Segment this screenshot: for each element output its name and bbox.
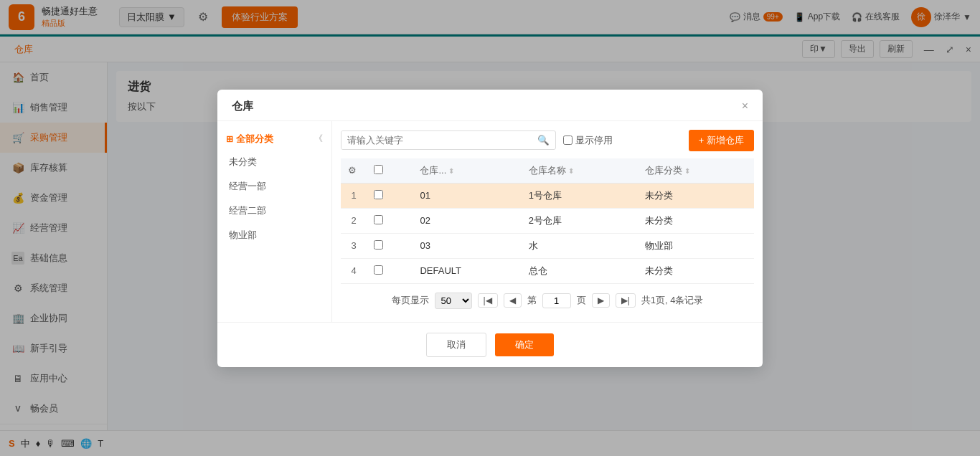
row-code: DEFAULT [413,258,521,283]
collapse-icon[interactable]: 《 [314,133,323,145]
first-page-button[interactable]: |◀ [478,293,498,308]
page-number-input[interactable] [542,293,571,308]
disabled-checkbox-input[interactable] [563,136,573,145]
row-category: 未分类 [638,183,754,208]
cancel-button[interactable]: 取消 [426,333,486,357]
row-num: 2 [341,208,367,233]
modal-title: 仓库 [232,100,253,113]
table-row[interactable]: 3 03 水 物业部 [341,233,754,258]
col-checkbox [367,158,413,184]
cat-item-property[interactable]: 物业部 [217,223,331,247]
search-input[interactable] [341,131,532,149]
row-code: 03 [413,233,521,258]
modal-close-button[interactable]: × [742,100,748,113]
row-num: 1 [341,183,367,208]
table-row[interactable]: 2 02 2号仓库 未分类 [341,208,754,233]
row-name: 总仓 [522,258,638,283]
row-name: 1号仓库 [522,183,638,208]
col-category[interactable]: 仓库分类⬍ [638,158,754,184]
show-disabled-checkbox[interactable]: 显示停用 [563,134,613,147]
row-num: 4 [341,258,367,283]
modal-footer: 取消 确定 [217,322,763,367]
per-page-label: 每页显示 [392,294,429,307]
row-name: 2号仓库 [522,208,638,233]
cat-item-ops1[interactable]: 经营一部 [217,174,331,199]
category-sidebar: ⊞ 全部分类 《 未分类 经营一部 经营二部 物业部 [217,121,332,322]
warehouse-modal: 仓库 × ⊞ 全部分类 《 未分类 经营一部 经营二部 物业部 [217,90,763,367]
total-info: 共1页, 4条记录 [641,294,704,307]
row-category: 未分类 [638,258,754,283]
row-name: 水 [522,233,638,258]
prev-page-button[interactable]: ◀ [504,293,522,308]
table-container: ⚙ 仓库...⬍ 仓库名称⬍ 仓库分类⬍ [341,158,754,284]
modal-toolbar: 🔍 显示停用 + 新增仓库 [341,130,754,151]
last-page-button[interactable]: ▶| [616,293,636,308]
next-page-button[interactable]: ▶ [592,293,610,308]
grid-icon: ⊞ [226,134,233,144]
all-categories-label: ⊞ 全部分类 [226,133,273,146]
page-unit: 页 [577,294,586,307]
col-code[interactable]: 仓库...⬍ [413,158,521,184]
row-checkbox[interactable] [367,183,413,208]
row-checkbox[interactable] [367,233,413,258]
modal-body: ⊞ 全部分类 《 未分类 经营一部 经营二部 物业部 🔍 [217,121,763,322]
add-warehouse-button[interactable]: + 新增仓库 [689,130,754,151]
col-settings: ⚙ [341,158,367,184]
settings-col-icon: ⚙ [348,165,357,176]
cat-item-unclassified[interactable]: 未分类 [217,150,331,174]
category-header[interactable]: ⊞ 全部分类 《 [217,128,331,150]
row-checkbox[interactable] [367,258,413,283]
table-row[interactable]: 4 DEFAULT 总仓 未分类 [341,258,754,283]
per-page-select[interactable]: 50 100 [435,293,472,309]
row-category: 未分类 [638,208,754,233]
row-code: 01 [413,183,521,208]
modal-header: 仓库 × [217,90,763,121]
table-header: ⚙ 仓库...⬍ 仓库名称⬍ 仓库分类⬍ [341,158,754,184]
search-box: 🔍 [341,130,556,150]
select-all-checkbox[interactable] [374,165,383,174]
row-category: 物业部 [638,233,754,258]
warehouse-table: ⚙ 仓库...⬍ 仓库名称⬍ 仓库分类⬍ [341,158,754,284]
row-code: 02 [413,208,521,233]
table-body: 1 01 1号仓库 未分类 2 02 2号仓库 [341,183,754,283]
pagination: 每页显示 50 100 |◀ ◀ 第 页 ▶ ▶| 共1页, 4条记录 [341,284,754,313]
page-label: 第 [527,294,537,307]
modal-overlay: 仓库 × ⊞ 全部分类 《 未分类 经营一部 经营二部 物业部 [0,0,980,456]
table-row[interactable]: 1 01 1号仓库 未分类 [341,183,754,208]
confirm-button[interactable]: 确定 [495,333,554,356]
row-num: 3 [341,233,367,258]
modal-main: 🔍 显示停用 + 新增仓库 ⚙ [332,121,763,322]
search-button[interactable]: 🔍 [532,131,555,149]
col-name[interactable]: 仓库名称⬍ [522,158,638,184]
cat-item-ops2[interactable]: 经营二部 [217,199,331,223]
row-checkbox[interactable] [367,208,413,233]
